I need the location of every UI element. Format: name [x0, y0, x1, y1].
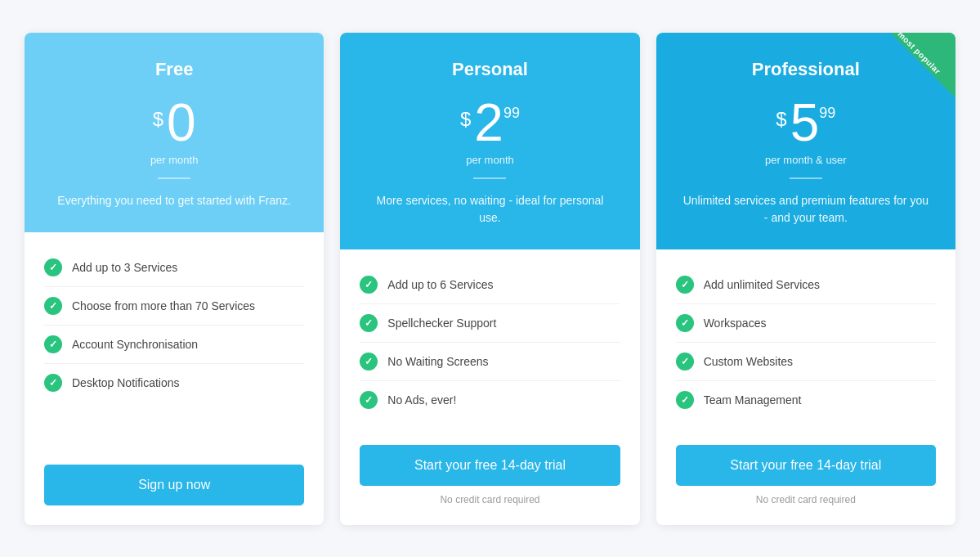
- feature-label: No Ads, ever!: [387, 393, 456, 407]
- cta-button-free[interactable]: Sign up now: [44, 465, 304, 505]
- feature-item: No Ads, ever!: [360, 381, 620, 419]
- plan-card-professional: most popularProfessional$599per month & …: [656, 33, 955, 525]
- feature-label: Add unlimited Services: [704, 278, 820, 291]
- feature-label: Custom Websites: [704, 355, 793, 368]
- plan-name-personal: Personal: [360, 59, 620, 80]
- feature-label: Add up to 3 Services: [72, 261, 177, 274]
- header-divider-free: [158, 177, 190, 179]
- check-icon: [360, 276, 378, 294]
- plan-footer-professional: Start your free 14-day trialNo credit ca…: [656, 432, 955, 525]
- feature-label: Spellchecker Support: [387, 317, 496, 330]
- feature-item: Add unlimited Services: [676, 266, 936, 304]
- price-dollar-professional: $: [776, 108, 786, 131]
- check-icon: [360, 353, 378, 371]
- price-row-personal: $299: [360, 97, 620, 149]
- plan-footer-free: Sign up now: [25, 451, 324, 525]
- plan-card-free: Free$0per monthEverything you need to ge…: [25, 33, 324, 525]
- check-icon: [676, 276, 694, 294]
- feature-label: Team Management: [704, 393, 802, 407]
- cta-button-personal[interactable]: Start your free 14-day trial: [360, 445, 620, 486]
- check-icon: [44, 335, 62, 353]
- check-icon: [360, 314, 378, 332]
- cta-button-professional[interactable]: Start your free 14-day trial: [676, 445, 936, 486]
- price-dollar-personal: $: [460, 108, 471, 131]
- price-amount-personal: 2: [474, 97, 503, 149]
- check-icon: [44, 258, 62, 276]
- plan-tagline-personal: More services, no waiting - ideal for pe…: [360, 192, 620, 227]
- plan-header-free: Free$0per monthEverything you need to ge…: [25, 33, 324, 232]
- feature-label: Workspaces: [704, 317, 767, 330]
- feature-item: Custom Websites: [676, 343, 936, 381]
- feature-item: Add up to 6 Services: [360, 266, 620, 304]
- plan-features-personal: Add up to 6 ServicesSpellchecker Support…: [340, 249, 639, 432]
- feature-item: Workspaces: [676, 304, 936, 343]
- price-cents-professional: 99: [819, 105, 835, 122]
- plan-header-personal: Personal$299per monthMore services, no w…: [340, 33, 639, 249]
- feature-item: Team Management: [676, 381, 936, 419]
- price-amount-professional: 5: [790, 97, 820, 149]
- no-cc-personal: No credit card required: [360, 494, 620, 505]
- price-cents-personal: 99: [503, 105, 520, 122]
- plan-name-free: Free: [44, 59, 304, 80]
- plan-features-professional: Add unlimited ServicesWorkspacesCustom W…: [656, 249, 955, 432]
- price-amount-free: 0: [167, 97, 196, 149]
- feature-item: No Waiting Screens: [360, 343, 620, 381]
- check-icon: [44, 297, 62, 315]
- plan-header-professional: most popularProfessional$599per month & …: [656, 33, 955, 249]
- plan-card-personal: Personal$299per monthMore services, no w…: [340, 33, 639, 525]
- feature-item: Choose from more than 70 Services: [44, 287, 304, 326]
- pricing-container: Free$0per monthEverything you need to ge…: [16, 33, 964, 525]
- plan-name-professional: Professional: [676, 59, 936, 80]
- plan-features-free: Add up to 3 ServicesChoose from more tha…: [25, 232, 324, 451]
- feature-item: Spellchecker Support: [360, 304, 620, 343]
- header-divider-professional: [790, 177, 822, 179]
- price-period-professional: per month & user: [676, 154, 936, 166]
- price-period-personal: per month: [360, 154, 620, 166]
- plan-tagline-professional: Unlimited services and premium features …: [676, 192, 936, 227]
- price-row-professional: $599: [676, 97, 936, 149]
- feature-label: Add up to 6 Services: [387, 278, 493, 291]
- header-divider-personal: [473, 177, 506, 179]
- feature-label: Choose from more than 70 Services: [72, 299, 255, 312]
- check-icon: [360, 391, 378, 409]
- price-period-free: per month: [44, 154, 304, 166]
- feature-item: Account Synchronisation: [44, 326, 304, 364]
- price-dollar-free: $: [153, 108, 163, 131]
- check-icon: [676, 391, 694, 409]
- feature-item: Add up to 3 Services: [44, 249, 304, 287]
- no-cc-professional: No credit card required: [676, 494, 936, 505]
- plan-tagline-free: Everything you need to get started with …: [44, 192, 304, 209]
- check-icon: [44, 374, 62, 392]
- feature-label: Desktop Notifications: [72, 376, 180, 389]
- feature-label: Account Synchronisation: [72, 338, 198, 351]
- check-icon: [676, 353, 694, 371]
- check-icon: [676, 314, 694, 332]
- feature-label: No Waiting Screens: [387, 355, 488, 368]
- price-row-free: $0: [44, 97, 304, 149]
- plan-footer-personal: Start your free 14-day trialNo credit ca…: [340, 432, 639, 525]
- feature-item: Desktop Notifications: [44, 364, 304, 402]
